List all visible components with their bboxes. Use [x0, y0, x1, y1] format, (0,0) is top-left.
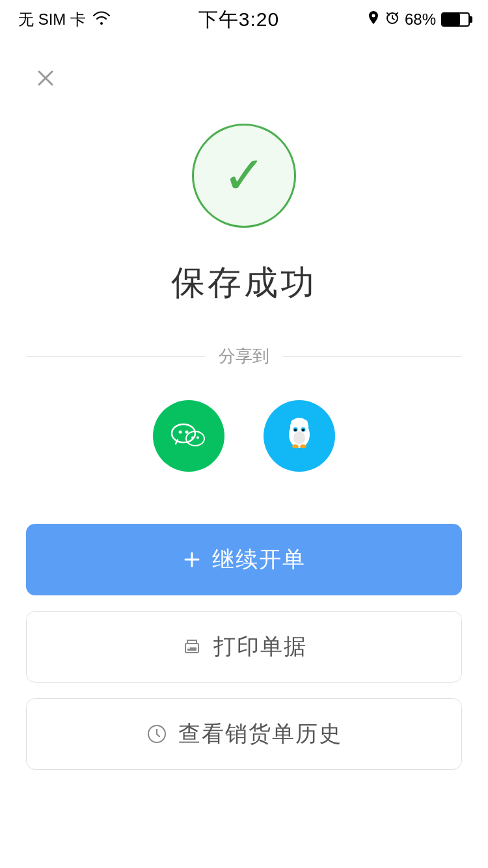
status-right: 68% — [367, 10, 470, 29]
svg-point-12 — [302, 429, 305, 431]
action-buttons: 继续开单 打印单据 查看销货单历史 — [26, 524, 462, 770]
svg-point-4 — [185, 431, 189, 434]
svg-point-14 — [293, 431, 305, 444]
success-title: 保存成功 — [171, 260, 317, 306]
alarm-icon — [385, 10, 400, 29]
divider-right — [282, 356, 462, 357]
print-icon — [181, 636, 203, 658]
divider-left — [26, 356, 206, 357]
history-icon — [146, 723, 168, 745]
continue-order-button[interactable]: 继续开单 — [26, 524, 462, 595]
success-circle: ✓ — [192, 124, 296, 228]
share-label: 分享到 — [219, 345, 269, 368]
svg-point-1 — [172, 424, 195, 442]
svg-point-6 — [197, 437, 199, 439]
share-icons-row — [153, 400, 335, 472]
status-time: 下午3:20 — [198, 7, 279, 33]
svg-point-15 — [292, 444, 299, 448]
carrier-text: 无 SIM 卡 — [18, 9, 86, 30]
svg-point-3 — [179, 431, 182, 434]
location-icon — [367, 10, 380, 29]
wechat-icon — [168, 415, 210, 457]
share-divider: 分享到 — [26, 345, 462, 368]
print-label: 打印单据 — [213, 632, 307, 662]
battery-percent: 68% — [405, 10, 436, 29]
close-button[interactable] — [26, 59, 65, 98]
share-wechat-button[interactable] — [153, 400, 224, 472]
checkmark-icon: ✓ — [223, 150, 266, 202]
svg-point-5 — [191, 437, 194, 439]
svg-point-16 — [300, 444, 306, 448]
continue-order-label: 继续开单 — [212, 545, 306, 575]
print-button[interactable]: 打印单据 — [26, 611, 462, 683]
close-icon — [34, 66, 57, 90]
share-qq-button[interactable] — [264, 400, 335, 472]
page-content: ✓ 保存成功 分享到 — [0, 39, 488, 809]
plus-icon — [182, 550, 202, 569]
history-button[interactable]: 查看销货单历史 — [26, 698, 462, 770]
status-bar: 无 SIM 卡 下午3:20 68% — [0, 0, 488, 39]
svg-point-11 — [294, 429, 297, 431]
status-left: 无 SIM 卡 — [18, 9, 111, 30]
wifi-icon — [92, 10, 111, 29]
qq-icon — [278, 415, 320, 457]
battery-icon — [441, 12, 470, 27]
history-label: 查看销货单历史 — [178, 719, 342, 749]
